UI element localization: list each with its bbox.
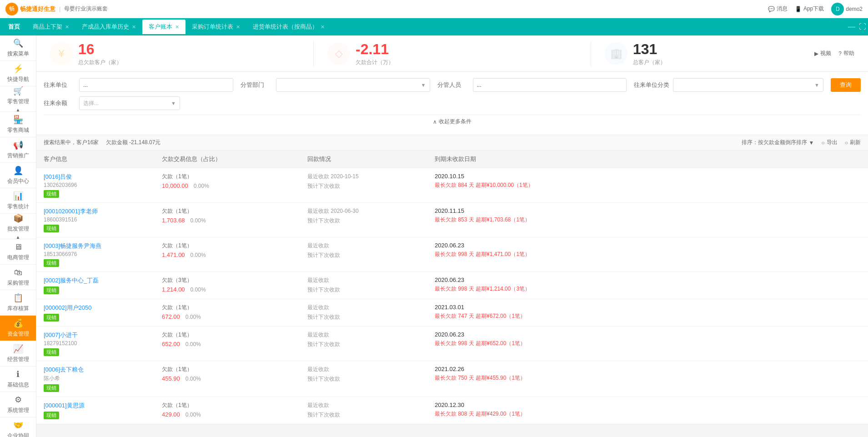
filter-unit-class-arrow: ▼ (814, 82, 819, 88)
customer-name-link[interactable]: [000002]用户2050 (44, 304, 147, 312)
app-download-button[interactable]: 📱 App下载 (795, 5, 824, 13)
sidebar-item-ecom-mgmt[interactable]: 🖥 电商管理 (0, 239, 36, 265)
tab-purchase-order[interactable]: 采购订单统计表 ✕ (186, 20, 246, 34)
filter-balance: 往来余额 选择... ▼ (44, 96, 180, 110)
sidebar: 🔍 搜索菜单 ⚡ 快捷导航 🛒 零售管理 ▲ 🏪 零售商城 📢 营销推广 👤 会… (0, 35, 36, 437)
sort-select[interactable]: 排序：按欠款金额倒序排序 ▼ (742, 139, 814, 146)
recovery-next: 预计下次收款 (307, 182, 420, 190)
view-icon: ▶ (814, 50, 818, 57)
tab-customer-account-close[interactable]: ✕ (175, 24, 179, 30)
sidebar-item-basic-info-label: 基础信息 (7, 381, 29, 389)
filter-toggle-button[interactable]: ∧ 收起更多条件 (44, 115, 861, 128)
export-button[interactable]: ○ 导出 (822, 139, 838, 146)
view-button[interactable]: ▶ 视频 (814, 50, 831, 57)
avatar: D (831, 3, 844, 15)
due-date-cell: 2021.03.01 最长欠款 747 天 超期¥672.00（1笔） (427, 299, 868, 326)
table-row: [0016]吕俊 13026203696 现销 欠款（1笔） 10,000.00… (36, 168, 868, 203)
owe-amount: 429.00 (162, 411, 180, 418)
stat-total-icon: 🏢 (605, 42, 627, 65)
owe-percent: 0.00% (186, 341, 201, 347)
due-date: 2020.06.23 (435, 276, 861, 283)
tab-bar: 首页 商品上下架 ✕ 产成品入库单历史 ✕ 客户账本 ✕ 采购订单统计表 ✕ 进… (0, 18, 868, 35)
customer-name-link[interactable]: [0001020001]李老师 (44, 207, 147, 216)
query-button[interactable]: 查询 (831, 78, 861, 92)
recovery-cell: 最近收款 预计下次收款 (300, 237, 427, 272)
sidebar-item-retail-store[interactable]: 🏪 零售商城 (0, 112, 36, 137)
tab-incoming-stats-close[interactable]: ✕ (321, 24, 325, 30)
tab-maximize-button[interactable]: ⛶ (859, 23, 866, 31)
help-button[interactable]: ? 帮助 (838, 50, 854, 57)
tab-product-history-close[interactable]: ✕ (132, 24, 136, 30)
tab-customer-account[interactable]: 客户账本 ✕ (142, 20, 186, 34)
tab-product-off[interactable]: 商品上下架 ✕ (26, 20, 75, 34)
customer-name-link[interactable]: [0016]吕俊 (44, 173, 147, 181)
stat-amount-icon: ◇ (327, 42, 350, 65)
customer-info-cell: [0002]服务中心_丁磊 现销 (36, 272, 155, 299)
due-overdue[interactable]: 最长欠款 998 天 超期¥1,214.00（3笔） (435, 285, 861, 293)
filter-source-unit-input[interactable]: ... (79, 78, 233, 92)
owe-amount: 1,703.68 (162, 217, 185, 224)
tab-incoming-stats[interactable]: 进货单统计表（按商品） ✕ (246, 20, 331, 34)
table-row: [0007]小进干 18279152100 现销 欠款（1笔） 652.00 0… (36, 326, 868, 361)
due-overdue[interactable]: 最长欠款 747 天 超期¥672.00（1笔） (435, 312, 861, 320)
filter-balance-select[interactable]: 选择... ▼ (79, 96, 180, 110)
filter-person-input[interactable]: ... (473, 78, 627, 92)
customer-name-link[interactable]: [000001]黄思源 (44, 402, 147, 410)
due-overdue[interactable]: 最长欠款 998 天 超期¥1,471.00（1笔） (435, 251, 861, 258)
customer-name-link[interactable]: [0006]去下粮仓 (44, 366, 147, 374)
sidebar-item-basic-info[interactable]: ℹ 基础信息 (0, 367, 36, 392)
sidebar-item-sys-mgmt[interactable]: ⚙ 系统管理 (0, 392, 36, 417)
owe-percent: 0.00% (191, 217, 206, 224)
sidebar-item-inventory[interactable]: 📋 库存核算 (0, 290, 36, 316)
recovery-cell: 最近收款 预计下次收款 (300, 272, 427, 299)
customer-name-link[interactable]: [0007]小进干 (44, 331, 147, 339)
message-button[interactable]: 💬 消息 (768, 5, 788, 13)
due-date: 2020.11.15 (435, 207, 861, 214)
stat-amount-label: 欠款合计（万） (356, 59, 394, 66)
tab-product-off-close[interactable]: ✕ (65, 24, 69, 30)
customer-name-link[interactable]: [0003]畅捷服务尹海燕 (44, 242, 147, 250)
filter-unit-class-select[interactable]: ▼ (673, 78, 823, 92)
filter-dept-select[interactable]: ▼ (276, 78, 430, 92)
brand-sub: 母婴行业演示账套 (64, 5, 108, 13)
customer-info-cell: [0006]去下粮仓 陈小希 现销 (36, 361, 155, 397)
customer-name-link[interactable]: [0002]服务中心_丁磊 (44, 276, 147, 285)
sidebar-item-retail-stats[interactable]: 📊 零售统计 (0, 188, 36, 214)
sidebar-item-purchase-mgmt[interactable]: 🛍 采购管理 (0, 265, 36, 290)
user-avatar[interactable]: D demo2 (831, 3, 863, 15)
sidebar-item-quick-nav[interactable]: ⚡ 快捷导航 (0, 61, 36, 86)
top-bar-right: 💬 消息 📱 App下载 D demo2 (768, 3, 863, 15)
table-row: [000001]黄思源 现销 欠款（1笔） 429.00 0.00% 最近收款 … (36, 397, 868, 424)
owe-percent: 0.00% (194, 183, 209, 189)
export-icon: ○ (822, 140, 825, 146)
owe-percent: 0.00% (191, 286, 206, 293)
customer-phone: 18513066976 (44, 251, 147, 257)
th-due-date: 到期未收款日期 (427, 151, 868, 168)
sidebar-item-marketing[interactable]: 📢 营销推广 (0, 137, 36, 163)
sidebar-item-member-center[interactable]: 👤 会员中心 (0, 163, 36, 188)
result-bar: 搜索结果中，客户16家 欠款金额 -21,148.07元 排序：按欠款金额倒序排… (36, 135, 868, 151)
sidebar-item-fund-mgmt[interactable]: 💰 资金管理 (0, 316, 36, 341)
due-overdue[interactable]: 最长欠款 853 天 超期¥1,703.68（1笔） (435, 216, 861, 224)
refresh-button[interactable]: ○ 刷新 (845, 139, 861, 146)
basic-info-icon: ℹ (16, 369, 20, 379)
sidebar-item-corp-collab[interactable]: 🤝 企业协同 (0, 417, 36, 437)
due-overdue[interactable]: 最长欠款 750 天 超期¥455.90（1笔） (435, 374, 861, 382)
tab-purchase-order-close[interactable]: ✕ (236, 24, 240, 30)
tab-product-history[interactable]: 产成品入库单历史 ✕ (75, 20, 142, 34)
filter-balance-label: 往来余额 (44, 99, 75, 107)
due-overdue[interactable]: 最长欠款 884 天 超期¥10,000.00（1笔） (435, 181, 861, 189)
due-overdue[interactable]: 最长欠款 808 天 超期¥429.00（1笔） (435, 410, 861, 418)
sidebar-item-search-menu[interactable]: 🔍 搜索菜单 (0, 35, 36, 61)
customer-tag: 现销 (44, 286, 59, 294)
tab-home[interactable]: 首页 (2, 20, 26, 34)
due-overdue[interactable]: 最长欠款 998 天 超期¥652.00（1笔） (435, 340, 861, 347)
table-row: [0001020001]李老师 18600391516 现销 欠款（1笔） 1,… (36, 203, 868, 237)
sidebar-item-batch-mgmt[interactable]: 📦 批发管理 ▲ (0, 214, 36, 239)
filter-unit-class: 往来单位分类 ▼ (634, 78, 823, 92)
retail-stats-icon: 📊 (13, 191, 23, 201)
sidebar-item-retail-mgmt[interactable]: 🛒 零售管理 ▲ (0, 86, 36, 112)
tab-minimize-button[interactable]: — (848, 23, 855, 31)
stat-amount-value: -2.11 (356, 41, 394, 58)
sidebar-item-biz-mgmt[interactable]: 📈 经营管理 (0, 341, 36, 367)
